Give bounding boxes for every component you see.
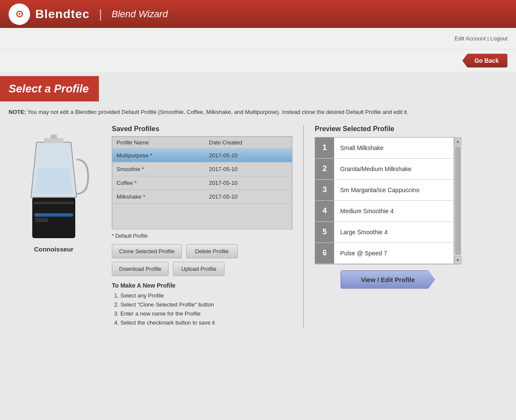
- note-bold: NOTE:: [9, 109, 26, 115]
- main-content: Connoisseur Saved Profiles Profile Name …: [0, 121, 516, 337]
- logout-link[interactable]: Logout: [490, 35, 507, 42]
- edit-account-link[interactable]: Edit Account: [455, 35, 485, 42]
- scroll-down-arrow[interactable]: ▼: [455, 256, 461, 264]
- profile-date: 2017-05-10: [205, 148, 292, 162]
- separator: [303, 125, 304, 328]
- instruction-step: Select "Clone Selected Profile" button: [120, 301, 292, 308]
- list-item[interactable]: 5 Large Smoothie 4: [315, 222, 454, 243]
- svg-rect-2: [35, 218, 48, 222]
- blender-svg: [13, 134, 95, 241]
- preview-item-name: Medium Smoothie 4: [334, 202, 454, 220]
- blender-image: [13, 134, 95, 241]
- instructions-title: To Make A New Profile: [112, 282, 292, 289]
- preview-item-number: 6: [315, 243, 334, 264]
- svg-rect-7: [34, 202, 74, 204]
- right-panel: Preview Selected Profile 1 Small Milksha…: [315, 125, 461, 328]
- device-label: Connoisseur: [34, 245, 74, 253]
- view-edit-button[interactable]: View / Edit Profile: [341, 270, 435, 289]
- preview-item-number: 2: [315, 159, 334, 179]
- profile-name: Smoothie *: [112, 162, 205, 176]
- list-item[interactable]: 6 Pulse @ Speed 7: [315, 243, 454, 264]
- instruction-step: Enter a new name for the Profile: [120, 310, 292, 317]
- default-note: * Default Profile: [112, 233, 292, 239]
- left-panel: Connoisseur: [4, 125, 103, 328]
- profile-date: 2017-05-10: [205, 176, 292, 190]
- table-row[interactable]: Smoothie * 2017-05-10: [112, 162, 292, 176]
- logo-text: Blendtec: [35, 7, 89, 21]
- instructions-section: To Make A New Profile Select any Profile…: [112, 282, 292, 326]
- scroll-up-arrow[interactable]: ▲: [455, 137, 461, 146]
- delete-button[interactable]: Delete Profile: [186, 244, 238, 258]
- table-row-empty: [112, 203, 292, 229]
- go-back-button[interactable]: Go Back: [462, 54, 507, 67]
- col-name-header: Profile Name: [112, 136, 205, 148]
- logo-subtitle: Blend Wizard: [112, 9, 168, 20]
- action-buttons-row-2: Download Profile Upload Profile: [112, 262, 292, 276]
- middle-panel: Saved Profiles Profile Name Date Created…: [112, 125, 292, 328]
- page-title: Select a Profile: [9, 82, 89, 95]
- list-item[interactable]: 4 Medium Smoothie 4: [315, 201, 454, 222]
- download-button[interactable]: Download Profile: [112, 262, 169, 276]
- preview-list: 1 Small Milkshake 2 Granita/Medium Milks…: [315, 137, 454, 264]
- table-row[interactable]: Milkshake * 2017-05-10: [112, 190, 292, 203]
- svg-rect-6: [51, 135, 57, 139]
- profile-date: 2017-05-10: [205, 190, 292, 203]
- saved-profiles-title: Saved Profiles: [112, 125, 292, 133]
- preview-item-number: 3: [315, 180, 334, 200]
- list-item[interactable]: 3 Sm Margarita/Ice Cappuccino: [315, 180, 454, 201]
- note-section: NOTE: You may not edit a Blendtec provid…: [0, 100, 516, 121]
- scroll-thumb[interactable]: [455, 147, 461, 255]
- instruction-step: Select any Profile: [120, 292, 292, 299]
- upload-button[interactable]: Upload Profile: [173, 262, 224, 276]
- header: ⊙ Blendtec | Blend Wizard: [0, 0, 516, 28]
- preview-item-name: Small Milkshake: [334, 139, 454, 156]
- note-text: You may not edit a Blendtec provided Def…: [26, 109, 408, 115]
- preview-container: 1 Small Milkshake 2 Granita/Medium Milks…: [315, 137, 461, 264]
- preview-scrollbar[interactable]: ▲ ▼: [454, 137, 461, 264]
- preview-item-name: Pulse @ Speed 7: [334, 245, 454, 262]
- table-row[interactable]: Multipurpose * 2017-05-10: [112, 148, 292, 162]
- page-title-banner: Select a Profile: [0, 76, 99, 101]
- top-nav: Edit Account | Logout: [0, 28, 516, 49]
- table-row[interactable]: Coffee * 2017-05-10: [112, 176, 292, 190]
- logo: ⊙ Blendtec | Blend Wizard: [9, 3, 168, 25]
- preview-item-number: 5: [315, 222, 334, 242]
- svg-rect-1: [34, 213, 73, 217]
- clone-button[interactable]: Clone Selected Profile: [112, 244, 182, 258]
- preview-item-name: Granita/Medium Milkshake: [334, 160, 454, 178]
- action-buttons-row-1: Clone Selected Profile Delete Profile: [112, 244, 292, 258]
- top-nav-links: Edit Account | Logout: [455, 35, 507, 42]
- list-item[interactable]: 1 Small Milkshake: [315, 138, 454, 159]
- profile-name: Coffee *: [112, 176, 205, 190]
- instructions-list: Select any ProfileSelect "Clone Selected…: [112, 292, 292, 326]
- col-date-header: Date Created: [205, 136, 292, 148]
- profile-date: 2017-05-10: [205, 162, 292, 176]
- logo-icon: ⊙: [9, 3, 30, 25]
- preview-item-number: 1: [315, 138, 334, 158]
- list-item[interactable]: 2 Granita/Medium Milkshake: [315, 159, 454, 180]
- profiles-table: Profile Name Date Created Multipurpose *…: [112, 136, 292, 230]
- preview-title: Preview Selected Profile: [315, 125, 461, 133]
- svg-marker-4: [34, 168, 73, 194]
- preview-item-name: Large Smoothie 4: [334, 224, 454, 241]
- profile-name: Milkshake *: [112, 190, 205, 203]
- logo-divider: |: [99, 7, 102, 21]
- profile-name: Multipurpose *: [112, 148, 205, 162]
- preview-item-name: Sm Margarita/Ice Cappuccino: [334, 181, 454, 199]
- preview-item-number: 4: [315, 201, 334, 221]
- go-back-bar: Go Back: [0, 49, 516, 72]
- instruction-step: Select the checkmark button to save it: [120, 319, 292, 326]
